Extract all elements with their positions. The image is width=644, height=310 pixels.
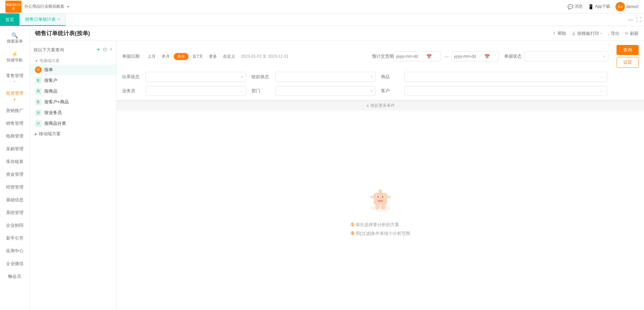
- message-btn[interactable]: 💬 消息: [568, 4, 583, 9]
- out-status-select[interactable]: ▾: [146, 72, 246, 82]
- sidebar-item-newbie[interactable]: 新手引导: [0, 232, 29, 245]
- export-label: 导出: [611, 31, 620, 37]
- search-button[interactable]: 查询: [616, 45, 639, 55]
- date-btn-custom[interactable]: 自定义: [221, 53, 237, 60]
- sidebar-item-finance[interactable]: 资金管理: [0, 168, 29, 181]
- sidebar-item-system[interactable]: 系统管理: [0, 206, 29, 219]
- sidebar-wholesale-label: 批发管理: [1, 90, 28, 96]
- sidebar-item-marketing[interactable]: 营销推广: [0, 104, 29, 117]
- sidebar-item-basic-info[interactable]: 基础信息: [0, 194, 29, 206]
- scheme-add-icon[interactable]: +: [97, 46, 100, 53]
- scheme-collapse-icon[interactable]: «: [110, 46, 112, 53]
- tab-close-icon[interactable]: ×: [58, 17, 60, 22]
- sidebar-system-label: 系统管理: [1, 210, 28, 216]
- mobile-section[interactable]: ▶ 移动端方案: [30, 129, 116, 139]
- sidebar-item-wholesale[interactable]: 批发管理 ▴: [0, 87, 29, 104]
- empty-illustration: [364, 183, 397, 216]
- goods-dropdown[interactable]: [408, 74, 600, 79]
- receive-status-dropdown[interactable]: [278, 74, 371, 79]
- goods-select[interactable]: ···: [405, 72, 607, 82]
- out-status-dropdown[interactable]: [149, 74, 241, 79]
- setting-button[interactable]: 设置: [616, 57, 639, 68]
- user-name: demo2: [626, 4, 639, 9]
- app-download-btn[interactable]: 📱 App下载: [588, 4, 610, 9]
- sidebar-item-retail[interactable]: 零售管理 ▾: [0, 69, 29, 87]
- scheme-by-goods[interactable]: 商 按商品: [30, 86, 116, 97]
- scheme-settings-icon[interactable]: ⊙: [103, 46, 107, 53]
- receive-status-arrow: ▾: [371, 75, 373, 79]
- single-status-label: 单据状态: [504, 53, 524, 59]
- scheme-by-salesperson[interactable]: 业 按业务员: [30, 107, 116, 118]
- date-btn-this-year[interactable]: 本年: [174, 53, 189, 60]
- logo: 畅捷通好生意: [5, 1, 21, 13]
- single-status-arrow: ▾: [603, 54, 605, 59]
- page-title-bar: 销售订单统计表(按单) ？ 帮助 🖨 按模板打印 ▾ ↓ 导出 ↻ 刷新: [30, 26, 644, 41]
- dept-select[interactable]: ▾: [275, 86, 376, 96]
- scheme-by-customer-goods[interactable]: 客 按客户+商品: [30, 97, 116, 107]
- app-dropdown-icon[interactable]: ▾: [67, 4, 69, 9]
- expected-date-start[interactable]: [396, 54, 426, 59]
- sidebar-item-collab[interactable]: 企业协同: [0, 219, 29, 232]
- tabbar-maximize-btn[interactable]: ⛶: [636, 17, 641, 23]
- section-triangle-icon: ▼: [35, 59, 38, 63]
- scheme-by-order[interactable]: 按 按单: [30, 64, 116, 75]
- sidebar-item-wechat[interactable]: 企业微信: [0, 257, 29, 270]
- message-icon: 💬: [568, 4, 573, 9]
- sidebar-item-sales[interactable]: 销售管理: [0, 117, 29, 130]
- svg-point-0: [370, 205, 390, 211]
- sidebar-item-search-menu[interactable]: 🔍 搜索菜单: [0, 29, 29, 48]
- dept-dropdown[interactable]: [278, 89, 371, 93]
- scheme-by-customer[interactable]: 客 按客户: [30, 75, 116, 86]
- refresh-btn[interactable]: ↻ 刷新: [625, 31, 639, 37]
- template-print-btn[interactable]: 🖨 按模板打印 ▾: [572, 31, 602, 37]
- sidebar-finance-label: 资金管理: [1, 171, 28, 177]
- user-menu[interactable]: Ea demo2: [615, 2, 639, 11]
- sidebar-item-purchase[interactable]: 采购管理: [0, 143, 29, 155]
- scheme-by-customer-icon: 客: [35, 77, 42, 84]
- date-btn-7days[interactable]: 近7天: [191, 53, 205, 60]
- app-download-label: App下载: [595, 4, 610, 9]
- single-date-label: 单据日期: [122, 53, 146, 59]
- dept-label: 部门: [252, 88, 275, 94]
- date-btn-this-month[interactable]: 本月: [160, 53, 172, 60]
- date-btn-more[interactable]: 更多: [207, 53, 219, 60]
- sidebar-item-operations[interactable]: 经营管理: [0, 181, 29, 194]
- sidebar-item-ecommerce[interactable]: 电商管理: [0, 130, 29, 143]
- help-btn[interactable]: ？ 帮助: [552, 31, 566, 37]
- scheme-by-goods-category[interactable]: 分 按商品分类: [30, 118, 116, 129]
- single-status-dropdown[interactable]: [527, 54, 603, 59]
- left-panel-title: 按以下方案查询: [34, 47, 64, 53]
- date-dash: —: [445, 54, 449, 59]
- sidebar-item-inventory[interactable]: 库存核算: [0, 155, 29, 168]
- main-layout: 🔍 搜索菜单 ⚡ 快捷导航 零售管理 ▾ 批发管理 ▴ 营销推广 销售管理 电商…: [0, 26, 644, 310]
- tab-home[interactable]: 首页: [0, 13, 20, 26]
- scheme-by-goods-icon: 商: [35, 88, 42, 95]
- sidebar-item-member[interactable]: 畅会员: [0, 270, 29, 283]
- expected-date-start-wrap[interactable]: 📅: [394, 51, 441, 61]
- svg-rect-10: [375, 205, 379, 209]
- empty-hint-1: 请先选择要分析的方案: [351, 220, 411, 229]
- customer-select[interactable]: ···: [405, 86, 607, 96]
- salesperson-select[interactable]: ···: [146, 86, 246, 96]
- tabbar-minimize-btn[interactable]: —: [628, 17, 633, 23]
- sidebar-item-quick-nav[interactable]: ⚡ 快捷导航: [0, 48, 29, 66]
- expected-date-end-wrap[interactable]: 📅: [452, 51, 499, 61]
- export-btn[interactable]: ↓ 导出: [607, 31, 620, 37]
- collapse-bar[interactable]: ∧ 收起更多条件: [117, 100, 644, 110]
- customer-dropdown[interactable]: [408, 89, 600, 93]
- single-status-select[interactable]: ▾: [524, 51, 608, 61]
- date-btn-last-month[interactable]: 上月: [146, 53, 158, 60]
- receive-status-select[interactable]: ▾: [275, 72, 376, 82]
- filter-row-3: 业务员 ··· 部门 ▾ 客户 ···: [122, 86, 639, 96]
- expected-date-end[interactable]: [454, 54, 484, 59]
- left-panel: 按以下方案查询 + ⊙ « ▼ 电脑端方案 按 按单 客: [30, 41, 117, 310]
- salesperson-label: 业务员: [122, 88, 146, 94]
- tab-sales-stat[interactable]: 销售订单统计表 ×: [20, 13, 66, 26]
- sidebar-item-appcenter[interactable]: 应用中心: [0, 245, 29, 257]
- goods-label: 商品: [381, 74, 405, 80]
- salesperson-dropdown[interactable]: [149, 89, 239, 93]
- sidebar-collab-label: 企业协同: [1, 222, 28, 228]
- svg-rect-11: [381, 205, 385, 209]
- sidebar-member-label: 畅会员: [1, 273, 28, 279]
- svg-point-5: [382, 196, 384, 198]
